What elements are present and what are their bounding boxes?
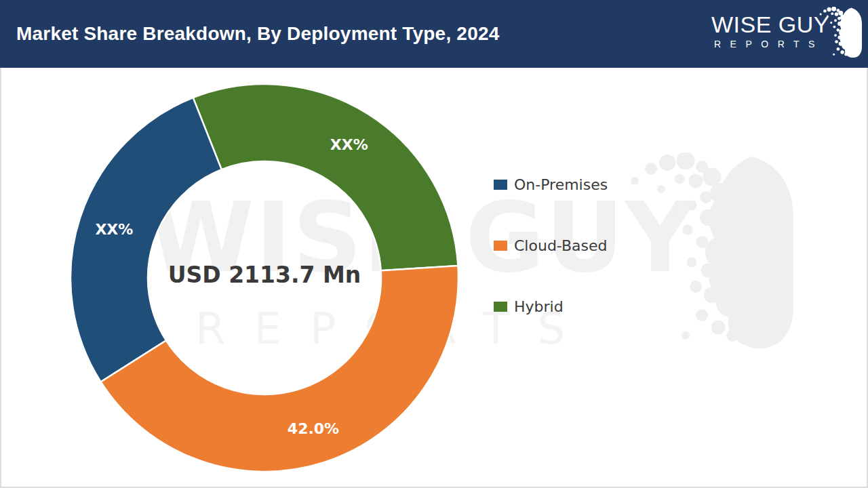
legend-item-on-premises: On-Premises — [494, 174, 608, 195]
wiseguy-face-logo-icon — [804, 7, 867, 60]
center-total-label: USD 2113.7 Mn — [129, 262, 400, 288]
segment-value-label-hybrid: XX% — [330, 136, 368, 153]
legend-label: Hybrid — [514, 298, 564, 315]
donut-segment-on-premises — [71, 98, 222, 382]
wiseguy-logo: WISE GUY REPORTS — [702, 0, 868, 68]
legend-label: On-Premises — [514, 176, 608, 193]
header: Market Share Breakdown, By Deployment Ty… — [0, 0, 868, 68]
chart-legend: On-Premises Cloud-Based Hybrid — [494, 174, 608, 357]
legend-label: Cloud-Based — [514, 237, 608, 254]
legend-item-hybrid: Hybrid — [494, 296, 608, 317]
legend-swatch-hybrid — [494, 302, 507, 312]
donut-segment-hybrid — [193, 84, 458, 270]
legend-item-cloud-based: Cloud-Based — [494, 235, 608, 256]
page-title: Market Share Breakdown, By Deployment Ty… — [16, 23, 499, 45]
donut-segment-cloud-based — [101, 266, 458, 472]
legend-swatch-cloud-based — [494, 241, 507, 251]
legend-swatch-on-premises — [494, 180, 507, 190]
donut-chart: XX%42.0%XX% — [0, 0, 868, 488]
segment-value-label-on-premises: XX% — [95, 221, 133, 238]
segment-value-label-cloud-based: 42.0% — [288, 420, 339, 437]
